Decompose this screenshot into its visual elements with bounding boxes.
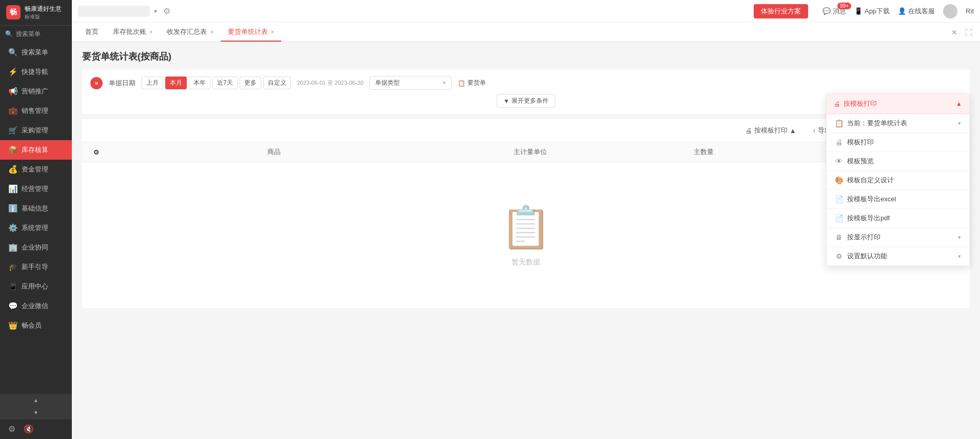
display-print-item[interactable]: 🖥 按显示打印 ▾ — [827, 228, 969, 247]
dropdown-item-template-print[interactable]: 🖨 模板打印 — [827, 133, 969, 152]
gear-icon[interactable]: ⚙ — [163, 6, 170, 16]
sidebar-item-quick-nav[interactable]: ⚡ 快捷导航 — [0, 62, 72, 82]
dropdown-close-icon[interactable]: ▲ — [956, 100, 962, 107]
app-download-btn[interactable]: 📱 App下载 — [854, 7, 890, 16]
sidebar-search-label: 搜索菜单 — [16, 30, 41, 39]
topbar: ▾ ⚙ 体验行业方案 💬 消息 99+ 📱 App下载 👤 在线客服 Rit — [72, 0, 980, 23]
dropdown-item-template-preview[interactable]: 👁 模板预览 — [827, 152, 969, 171]
display-print-arrow: ▾ — [958, 234, 961, 241]
sidebar-item-label: 快捷导航 — [22, 67, 48, 77]
app-download-label: App下载 — [865, 7, 890, 16]
system-icon: ⚙️ — [8, 223, 17, 233]
sidebar-item-search[interactable]: 🔍 搜索菜单 — [0, 43, 72, 62]
sidebar-item-label: 搜索菜单 — [22, 48, 48, 57]
expand-more-label: 展开更多条件 — [512, 97, 548, 105]
search-icon: 🔍 — [8, 48, 17, 57]
template-print-label: 模板打印 — [847, 138, 961, 147]
sidebar-item-inventory[interactable]: 📦 库存核算 — [0, 140, 72, 160]
marketing-icon: 📢 — [8, 87, 17, 96]
empty-icon: 📋 — [500, 203, 552, 252]
search-input[interactable] — [78, 6, 150, 17]
display-icon: 🖥 — [835, 233, 843, 241]
newbie-icon: 🎓 — [8, 262, 17, 272]
yaohuodan-filter: 📋 要货单 — [458, 79, 486, 87]
table-settings-icon[interactable]: ⚙ — [88, 148, 105, 156]
user-name: Rit — [966, 7, 974, 15]
print-icon: 🖨 — [746, 127, 752, 135]
sidebar-item-label: 销售管理 — [22, 106, 48, 116]
sidebar-item-newbie[interactable]: 🎓 新手引导 — [0, 257, 72, 277]
user-avatar[interactable] — [943, 4, 957, 18]
sidebar-item-label: 库存核算 — [22, 145, 48, 155]
sidebar-item-basic-info[interactable]: ℹ️ 基础信息 — [0, 199, 72, 218]
dropdown-header[interactable]: 🖨 按模板打印 ▲ — [827, 94, 969, 114]
tab-order-stats[interactable]: 要货单统计表× — [221, 23, 281, 42]
sidebar-item-enterprise-wechat[interactable]: 💬 企业微信 — [0, 296, 72, 316]
date-btn-近7天[interactable]: 近7天 — [212, 77, 238, 89]
date-btn-更多[interactable]: 更多 — [240, 77, 261, 89]
sidebar-item-system[interactable]: ⚙️ 系统管理 — [0, 218, 72, 238]
empty-text: 暂无数据 — [512, 258, 540, 267]
display-print-label: 按显示打印 — [847, 233, 880, 242]
tab-close-batch-ledger[interactable]: × — [149, 29, 152, 35]
sidebar-item-enterprise[interactable]: 🏢 企业协同 — [0, 238, 72, 257]
dropdown-item-template-export-pdf[interactable]: 📄 按模板导出pdf — [827, 209, 969, 228]
dropdown-items: 🖨 模板打印 👁 模板预览 🎨 模板自定义设计 📄 按模板导出excel 📄 按… — [827, 133, 969, 228]
sidebar-item-operations[interactable]: 📊 经营管理 — [0, 179, 72, 199]
inventory-icon: 📦 — [8, 145, 17, 155]
expand-more-btn[interactable]: ▼ 展开更多条件 — [497, 94, 555, 108]
dropdown-item-template-design[interactable]: 🎨 模板自定义设计 — [827, 171, 969, 190]
operations-icon: 📊 — [8, 184, 17, 194]
sidebar-item-purchase[interactable]: 🛒 采购管理 — [0, 121, 72, 140]
template-export-pdf-icon: 📄 — [835, 214, 843, 222]
date-btn-本年[interactable]: 本年 — [189, 77, 210, 89]
set-default-item[interactable]: ⚙ 设置默认功能 ▾ — [827, 247, 969, 266]
date-btn-上月[interactable]: 上月 — [142, 77, 163, 89]
tab-close-receipt-summary[interactable]: × — [210, 29, 213, 35]
chevron-down-icon[interactable]: ▾ — [154, 8, 157, 15]
sidebar-item-label: 畅会员 — [22, 321, 42, 330]
messages-btn[interactable]: 💬 消息 99+ — [822, 7, 846, 16]
tab-receipt-summary[interactable]: 收发存汇总表× — [160, 23, 220, 42]
set-default-label: 设置默认功能 — [847, 252, 887, 261]
mute-icon[interactable]: 🔇 — [24, 424, 34, 434]
date-btn-自定义[interactable]: 自定义 — [263, 77, 291, 89]
online-service-btn[interactable]: 👤 在线客服 — [898, 7, 935, 16]
export-icon: ↑ — [813, 127, 816, 135]
close-window-btn[interactable]: ✕ — [949, 27, 959, 37]
settings-icon[interactable]: ⚙ — [8, 424, 15, 434]
sidebar-item-sales[interactable]: 💼 销售管理 — [0, 101, 72, 121]
sidebar-item-label: 新手引导 — [22, 262, 48, 272]
trial-button[interactable]: 体验行业方案 — [754, 4, 808, 18]
date-btn-本月[interactable]: 本月 — [165, 77, 187, 89]
sidebar-item-label: 企业微信 — [22, 301, 48, 311]
type-select[interactable]: 单据类型 ▾ — [369, 76, 452, 90]
sidebar-scroll-up[interactable]: ▲ — [0, 394, 72, 406]
download-icon: 📱 — [854, 7, 863, 15]
sidebar-scroll-down[interactable]: ▼ — [0, 406, 72, 418]
print-dropdown-menu: 🖨 按模板打印 ▲ 📋 当前：要货单统计表 ▾ 🖨 模板打印 👁 模板预览 🎨 … — [826, 93, 970, 266]
sidebar-item-member[interactable]: 👑 畅会员 — [0, 316, 72, 335]
yaohuodan-label: 要货单 — [467, 79, 486, 87]
sidebar-search-item[interactable]: 🔍 搜索菜单 — [0, 26, 72, 43]
dropdown-current-item[interactable]: 📋 当前：要货单统计表 ▾ — [827, 114, 969, 133]
dropdown-item-template-export-excel[interactable]: 📄 按模板导出excel — [827, 190, 969, 209]
maximize-window-btn[interactable]: ⛶ — [964, 27, 974, 37]
date-range: 2023-06-01 至 2023-06-30 — [297, 79, 364, 87]
sidebar-item-app-center[interactable]: 📱 应用中心 — [0, 277, 72, 296]
tab-close-order-stats[interactable]: × — [271, 29, 274, 35]
sidebar-item-label: 系统管理 — [22, 223, 48, 233]
tab-home[interactable]: 首页 — [78, 23, 106, 42]
tab-label: 首页 — [85, 27, 99, 36]
sidebar-item-label: 营销推广 — [22, 87, 48, 96]
print-btn[interactable]: 🖨 按模板打印 ▲ — [739, 123, 802, 138]
dropdown-title: 按模板打印 — [844, 99, 877, 108]
tab-label: 要货单统计表 — [228, 27, 268, 36]
sidebar-item-label: 企业协同 — [22, 243, 48, 252]
sidebar-item-finance[interactable]: 💰 资金管理 — [0, 160, 72, 179]
tab-batch-ledger[interactable]: 库存批次账× — [106, 23, 160, 42]
filter-expand-btn[interactable]: » — [90, 77, 103, 89]
sidebar-item-marketing[interactable]: 📢 营销推广 — [0, 82, 72, 101]
sidebar: 畅 畅康通好生意 标准版 🔍 搜索菜单 🔍 搜索菜单 ⚡ 快捷导航 📢 营销推广… — [0, 0, 72, 439]
col-unit: 主计量单位 — [443, 147, 617, 157]
